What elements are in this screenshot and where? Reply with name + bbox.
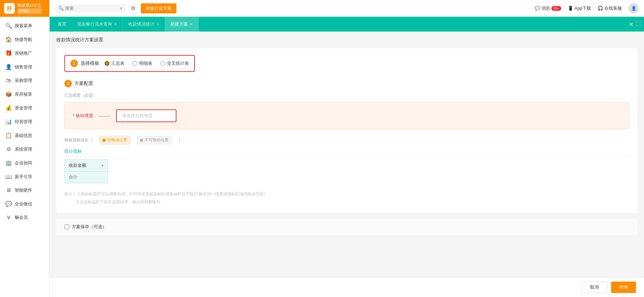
online-support-label: 在线客服 — [604, 5, 622, 11]
sidebar-item-label: 资金管理 — [15, 105, 32, 111]
close-icon[interactable]: ✕ — [190, 22, 193, 27]
sidebar-item-label: 快捷导航 — [15, 37, 32, 43]
template-summary[interactable]: 汇总表 — [105, 60, 124, 66]
sidebar-item-label: 企业协同 — [15, 160, 32, 166]
radio-cross[interactable] — [160, 61, 165, 66]
tab-new-plan[interactable]: 新建方案 ✕ — [165, 17, 199, 32]
sidebar-item-member[interactable]: V 畅会员 — [0, 211, 49, 224]
maximize-icon[interactable]: ⛶ — [636, 21, 641, 27]
sidebar-item-smart-hw[interactable]: 🖥 智能硬件 — [0, 184, 49, 197]
home-icon: 🏠 — [5, 36, 12, 43]
close-icon[interactable]: ✕ — [114, 22, 117, 27]
footer: 取消 查询 — [50, 277, 644, 297]
chat-icon: 💬 — [5, 201, 12, 207]
message-icon: 💬 — [535, 6, 540, 11]
chevron-down-icon: ▾ — [102, 163, 104, 168]
arrow-icon: —— — [99, 112, 111, 119]
clipboard-icon: 📋 — [5, 132, 12, 139]
step1-title: 选择模板 — [80, 60, 99, 66]
building-icon: 🏢 — [5, 160, 12, 166]
radio-detail[interactable] — [132, 61, 137, 66]
metric-item-body: 合计 — [65, 171, 108, 183]
tab-home[interactable]: 首页 — [52, 17, 72, 32]
tab-receipt-stats[interactable]: 收款情况统计 ✕ — [123, 17, 165, 32]
tip1: 提示： 1.拖动标题栏可以调整布局，不可跨维度或指标区域拖动栏目字段(只能在同一… — [64, 190, 629, 198]
sidebar-item-sales[interactable]: 👤 销售管理 — [0, 60, 49, 74]
tabs-right-actions: ✕ ⛶ — [629, 21, 641, 28]
step1-section: 1 选择模板 汇总表 明细表 — [64, 55, 629, 72]
sidebar-item-inventory[interactable]: 📦 库存核算 — [0, 87, 49, 101]
close-icon[interactable]: ✕ — [156, 22, 159, 27]
sidebar-nav: 🔍 搜索菜单 🏠 快捷导航 🎁 营销推广 👤 销售管理 🛍 采购管理 📦 库存核… — [0, 17, 49, 297]
notifications-btn[interactable]: 💬 消息 99+ — [535, 5, 561, 11]
radio-summary[interactable] — [105, 61, 109, 66]
notifications-label: 消息 — [541, 5, 550, 11]
tab-cash-flow[interactable]: 现金银行流水查询 ✕ — [72, 17, 123, 32]
sidebar-item-finance[interactable]: 💰 资金管理 — [0, 101, 49, 115]
settings-icon[interactable]: ⚙ — [131, 5, 136, 11]
metric-item-header[interactable]: 收款金额 ▾ — [65, 160, 108, 171]
metrics-settings-label: 模板指标设定（ — [64, 137, 93, 143]
step2-section: 2 方案配置 汇总维度（必选） * 纵向维度 —— 请选择分组维度 — [64, 80, 629, 206]
avatar[interactable]: 👤 — [629, 3, 639, 13]
cross-label: 交叉统计表 — [167, 60, 189, 66]
draggable-label: 可拖动位置 — [107, 137, 127, 143]
box-icon: 📦 — [5, 91, 12, 97]
sidebar-item-marketing[interactable]: 🎁 营销推广 — [0, 46, 49, 60]
monitor-icon: 🖥 — [5, 187, 12, 193]
sidebar-item-search-menu[interactable]: 🔍 搜索菜单 — [0, 19, 49, 33]
book-icon: 📖 — [5, 174, 12, 180]
sidebar-item-label: 系统管理 — [15, 146, 32, 152]
vip-icon: V — [5, 215, 12, 220]
cancel-button[interactable]: 取消 — [582, 282, 607, 293]
sidebar-item-label: 基础信息 — [15, 133, 32, 139]
metric-header-text: 收款金额 — [69, 162, 86, 168]
search-box[interactable]: 🔍 ▾ — [55, 4, 125, 12]
money-icon: 💰 — [5, 105, 12, 111]
vertical-dimension-label: * 纵向维度 — [73, 113, 93, 119]
draggable-tag: 可拖动位置 — [99, 136, 130, 144]
headset-icon: 🎧 — [598, 6, 603, 11]
metric-body-text: 合计 — [69, 175, 77, 180]
sidebar-item-sys-mgmt[interactable]: ⚙ 系统管理 — [0, 142, 49, 156]
search-menu-icon: 🔍 — [5, 22, 12, 29]
draggable-dot — [102, 139, 106, 142]
logo-icon: 好 — [4, 3, 15, 14]
sidebar-item-quick-nav[interactable]: 🏠 快捷导航 — [0, 33, 49, 46]
sidebar-item-purchase[interactable]: 🛍 采购管理 — [0, 74, 49, 87]
logo-title: 畅捷通好生意 — [17, 3, 42, 8]
online-support-btn[interactable]: 🎧 在线客服 — [598, 5, 622, 11]
save-option-row: 方案保存（可选） — [56, 218, 637, 235]
sidebar-item-operations[interactable]: 📊 经营管理 — [0, 115, 49, 129]
dimension-config-label: 汇总维度（必选） — [64, 93, 629, 98]
gift-icon: 🎁 — [5, 50, 12, 56]
template-step-box: 1 选择模板 汇总表 明细表 — [64, 55, 195, 72]
main-area: 🔍 ▾ ⚙ 体验行业方案 💬 消息 99+ 📱 App下载 🎧 在线客服 👤 — [50, 0, 644, 297]
dimension-row: * 纵向维度 —— 请选择分组维度 — [73, 109, 621, 122]
close-bracket: ） — [178, 137, 182, 143]
query-button[interactable]: 查询 — [611, 282, 636, 293]
trial-button[interactable]: 体验行业方案 — [141, 3, 176, 13]
metrics-header: 模板指标设定（ 可拖动位置 不可拖动位置 ） — [64, 136, 629, 144]
dimension-title: 汇总维度（必选） — [64, 93, 97, 98]
chart-icon: 📊 — [5, 118, 12, 125]
save-checkbox[interactable] — [64, 225, 69, 229]
app-download-btn[interactable]: 📱 App下载 — [568, 5, 591, 11]
sidebar-item-enterprise[interactable]: 🏢 企业协同 — [0, 156, 49, 170]
dimension-select[interactable]: 请选择分组维度 — [116, 109, 176, 122]
save-label: 方案保存（可选） — [72, 224, 107, 230]
template-cross[interactable]: 交叉统计表 — [160, 60, 189, 66]
sidebar-item-enterprise-wechat[interactable]: 💬 企业微信 — [0, 197, 49, 211]
sidebar-item-new-guide[interactable]: 📖 新手引导 — [0, 170, 49, 184]
search-input[interactable] — [65, 6, 119, 11]
search-icon: 🔍 — [58, 6, 64, 11]
tip2: 2.点击标题栏下拉可设置排序、插入列和删除列 — [64, 198, 629, 206]
dimension-placeholder: 请选择分组维度 — [122, 113, 153, 118]
sidebar-item-label: 企业微信 — [15, 201, 32, 207]
close-window-icon[interactable]: ✕ — [629, 21, 633, 28]
template-detail[interactable]: 明细表 — [132, 60, 152, 66]
sidebar-item-basic-info[interactable]: 📋 基础信息 — [0, 129, 49, 142]
chevron-down-icon[interactable]: ▾ — [120, 6, 122, 11]
avatar-icon: 👤 — [631, 6, 636, 11]
metric-item: 收款金额 ▾ 合计 — [64, 159, 108, 183]
